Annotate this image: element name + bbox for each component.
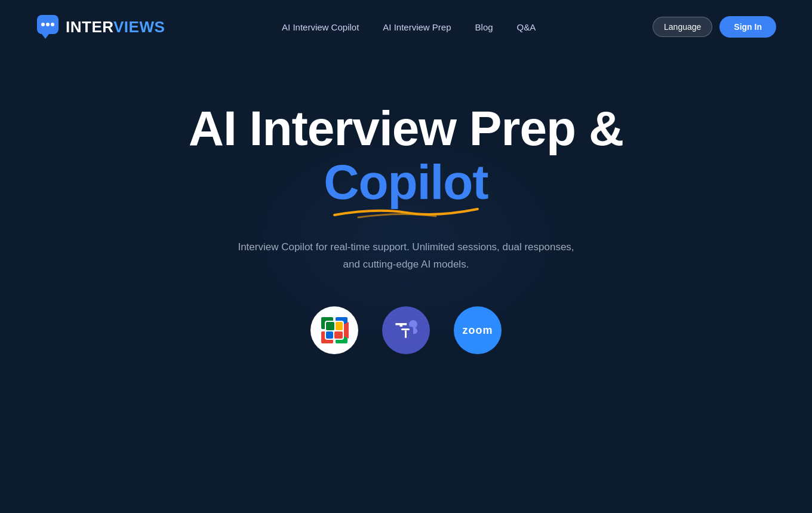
hero-title: AI Interview Prep & Copilot [189, 102, 623, 209]
ms-teams-icon: T [382, 306, 430, 354]
logo-icon [36, 14, 60, 40]
signin-button[interactable]: Sign In [719, 16, 776, 38]
nav-item-copilot[interactable]: AI Interview Copilot [282, 22, 359, 32]
svg-rect-10 [336, 322, 343, 330]
logo-text: INTERVIEWS [66, 18, 165, 36]
header-actions: Language Sign In [653, 16, 776, 38]
hero-title-line1: AI Interview Prep & [189, 102, 623, 155]
google-meet-svg [318, 314, 351, 347]
svg-rect-18 [401, 328, 410, 330]
main-nav: AI Interview Copilot AI Interview Prep B… [282, 22, 536, 32]
platform-icons: T zoom [310, 306, 502, 354]
hero-title-line2-wrap: Copilot [189, 155, 623, 209]
zoom-text: zoom [463, 324, 493, 337]
logo[interactable]: INTERVIEWS [36, 14, 165, 40]
ms-teams-svg: T [389, 314, 423, 347]
hero-subtitle: Interview Copilot for real-time support.… [238, 239, 574, 274]
zoom-icon: zoom [454, 306, 502, 354]
svg-rect-9 [326, 322, 334, 330]
language-button[interactable]: Language [653, 17, 712, 37]
nav-item-qa[interactable]: Q&A [517, 22, 536, 32]
nav-item-blog[interactable]: Blog [475, 22, 493, 32]
svg-rect-19 [405, 330, 407, 338]
svg-rect-12 [334, 331, 343, 339]
svg-point-1 [41, 23, 45, 26]
svg-rect-11 [326, 331, 333, 339]
hero-title-line2: Copilot [324, 155, 488, 209]
svg-marker-13 [344, 322, 349, 339]
google-meet-icon [310, 306, 358, 354]
nav-item-prep[interactable]: AI Interview Prep [383, 22, 451, 32]
svg-point-3 [51, 23, 54, 26]
copilot-word: Copilot [324, 155, 488, 209]
svg-point-2 [46, 23, 50, 26]
copilot-underline [328, 203, 484, 220]
hero-section: AI Interview Prep & Copilot Interview Co… [0, 54, 812, 354]
